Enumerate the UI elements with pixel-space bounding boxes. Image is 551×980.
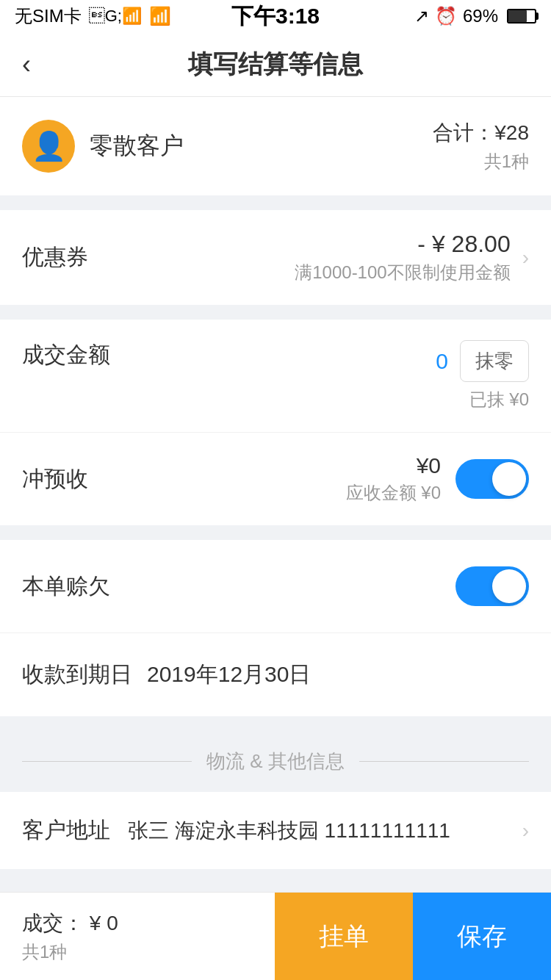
customer-name: 零散客户 xyxy=(90,130,184,162)
debt-toggle[interactable] xyxy=(455,566,529,606)
prepayment-values: ¥0 应收金额 ¥0 xyxy=(346,453,441,505)
avatar-icon: 👤 xyxy=(32,130,66,162)
avatar: 👤 xyxy=(22,120,75,173)
logistics-line-right xyxy=(359,761,529,762)
prepayment-toggle-knob xyxy=(492,462,526,496)
bottom-info: 成交： ¥ 0 共1种 xyxy=(0,909,275,964)
prepayment-amount: ¥0 xyxy=(346,453,441,478)
address-chevron-icon: › xyxy=(522,819,529,843)
deal-amount-right: 0 抹零 已抹 ¥0 xyxy=(436,340,529,411)
wifi-icon: G;📶 xyxy=(89,7,142,26)
due-date-label: 收款到期日 xyxy=(22,660,132,690)
status-left: 无SIM卡 G;📶 📶 xyxy=(15,4,171,28)
discount-desc: 满1000-100不限制使用金额 xyxy=(295,261,510,284)
nav-bar: ‹ 填写结算等信息 xyxy=(0,32,551,97)
logistics-section: 物流 & 其他信息 xyxy=(0,731,551,792)
debt-label: 本单赊欠 xyxy=(22,572,110,602)
status-bar: 无SIM卡 G;📶 📶 下午3:18 ↗ ⏰ 69% xyxy=(0,0,551,32)
prepayment-row: 冲预收 ¥0 应收金额 ¥0 xyxy=(0,432,551,525)
page-title: 填写结算等信息 xyxy=(188,48,363,82)
coupon-card: 优惠券 - ¥ 28.00 满1000-100不限制使用金额 › xyxy=(0,210,551,305)
coupon-right: - ¥ 28.00 满1000-100不限制使用金额 › xyxy=(295,231,529,284)
debt-toggle-knob xyxy=(492,569,526,603)
debt-row: 本单赊欠 xyxy=(0,540,551,633)
status-right: ↗ ⏰ 69% xyxy=(414,6,536,26)
bottom-bar: 成交： ¥ 0 共1种 挂单 保存 xyxy=(0,892,551,980)
address-card: 客户地址 张三 海淀永丰科技园 11111111111 › xyxy=(0,792,551,869)
bottom-deal-label: 成交： xyxy=(22,912,84,934)
address-row[interactable]: 客户地址 张三 海淀永丰科技园 11111111111 › xyxy=(0,792,551,869)
deal-card: 成交金额 0 抹零 已抹 ¥0 冲预收 ¥0 应收金额 ¥0 xyxy=(0,320,551,525)
prepayment-receivable: 应收金额 ¥0 xyxy=(346,481,441,505)
coupon-chevron-icon: › xyxy=(522,246,529,270)
debt-card: 本单赊欠 收款到期日 2019年12月30日 xyxy=(0,540,551,716)
due-date-value: 2019年12月30日 xyxy=(147,660,311,690)
prepayment-label: 冲预收 xyxy=(22,464,88,494)
customer-row: 👤 零散客户 合计：¥28 共1种 xyxy=(0,97,551,195)
total-count: 共1种 xyxy=(433,150,529,173)
coupon-row[interactable]: 优惠券 - ¥ 28.00 满1000-100不限制使用金额 › xyxy=(0,210,551,305)
prepayment-toggle[interactable] xyxy=(455,459,529,499)
back-button[interactable]: ‹ xyxy=(22,49,31,80)
deal-amount-label: 成交金额 xyxy=(22,340,110,370)
discount-amount: - ¥ 28.00 xyxy=(295,231,510,258)
customer-right: 合计：¥28 共1种 xyxy=(433,119,529,173)
total-label: 合计：¥28 xyxy=(433,119,529,147)
bottom-deal-amount: 成交： ¥ 0 xyxy=(22,909,253,937)
logistics-line-left xyxy=(22,761,192,762)
round-zero-button[interactable]: 抹零 xyxy=(460,340,529,382)
deal-amount-value: 0 xyxy=(436,349,448,374)
location-icon: ↗ xyxy=(414,6,429,26)
logistics-label: 物流 & 其他信息 xyxy=(192,749,359,774)
due-date-row: 收款到期日 2019年12月30日 xyxy=(0,633,551,716)
deal-amount-row: 成交金额 0 抹零 已抹 ¥0 xyxy=(0,320,551,432)
already-zeroed-label: 已抹 ¥0 xyxy=(469,388,529,411)
deal-amount-controls: 0 抹零 xyxy=(436,340,529,382)
prepayment-right: ¥0 应收金额 ¥0 xyxy=(346,453,529,505)
address-label: 客户地址 xyxy=(22,815,110,846)
coupon-label: 优惠券 xyxy=(22,242,88,273)
hang-button[interactable]: 挂单 xyxy=(275,893,413,981)
coupon-discount: - ¥ 28.00 满1000-100不限制使用金额 xyxy=(295,231,510,284)
save-button[interactable]: 保存 xyxy=(413,893,551,981)
wifi-text: 📶 xyxy=(149,6,171,26)
battery-percent: 69% xyxy=(463,6,498,26)
bottom-deal-value: ¥ 0 xyxy=(90,912,118,934)
address-value: 张三 海淀永丰科技园 11111111111 xyxy=(128,817,522,845)
alarm-icon: ⏰ xyxy=(435,6,457,26)
sim-label: 无SIM卡 xyxy=(15,4,82,28)
customer-left: 👤 零散客户 xyxy=(22,120,184,173)
customer-card: 👤 零散客户 合计：¥28 共1种 xyxy=(0,97,551,195)
battery-icon xyxy=(507,9,536,24)
status-time: 下午3:18 xyxy=(231,1,320,32)
bottom-count: 共1种 xyxy=(22,940,253,964)
